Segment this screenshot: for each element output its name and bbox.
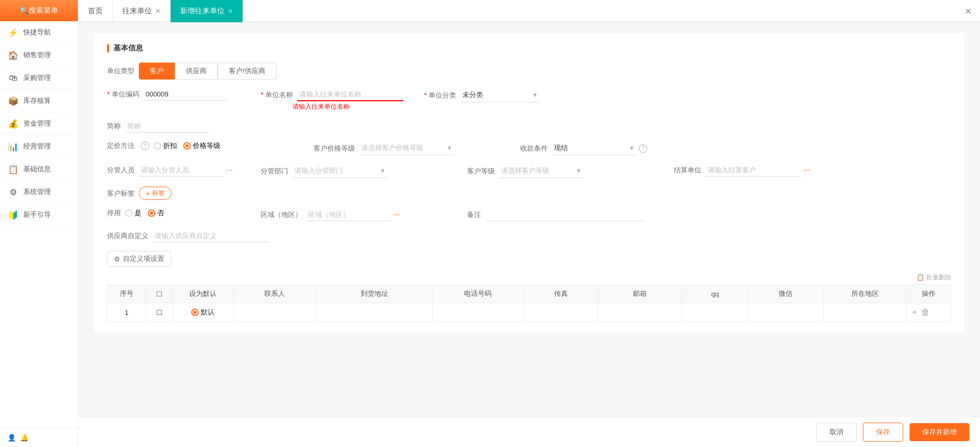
pricing-radio-price-level[interactable]: 价格等级 [183,141,220,151]
pricing-radio-discount[interactable]: 折扣 [154,141,177,151]
row-address[interactable] [316,303,432,322]
abbr-row: 简称 [107,120,951,133]
unit-type-btn-supplier[interactable]: 供应商 [175,63,218,80]
section-title-bar [107,44,109,52]
tab-partners[interactable]: 往来单位✕ [113,0,171,22]
save-button[interactable]: 保存 [863,423,903,442]
sidebar-item-operations[interactable]: 📊经营管理 [0,135,78,158]
tab-close-partners[interactable]: ✕ [155,7,161,15]
remarks-label: 备注 [467,210,481,220]
unit-type-btn-customer[interactable]: 客户 [139,63,175,80]
pricing-help-icon[interactable]: ? [141,142,149,150]
sidebar-item-sales[interactable]: 🏠销售管理 [0,44,78,67]
disabled-yes-radio[interactable]: 是 [125,208,141,218]
quick-nav-icon: ⚡ [7,27,19,38]
unit-type-btn-group: 客户供应商客户/供应商 [139,63,277,80]
contact-input[interactable] [254,309,296,317]
disabled-row: 停用 是 否 区域（地区） [107,208,951,221]
table-header-cell: 到货地址 [316,285,432,303]
sidebar-item-finance[interactable]: 💰资金管理 [0,112,78,135]
address-input[interactable] [343,309,406,317]
row-fax[interactable] [524,303,599,322]
table-header-cell: 设为默认 [173,285,233,303]
customer-level-field: 客户等级 请选择客户等级 ▼ [467,164,653,178]
unit-name-input[interactable] [297,88,403,101]
row-region-input[interactable] [844,309,886,317]
row-qq[interactable] [682,303,749,322]
unit-category-select[interactable]: 未分类 ▼ [460,88,540,102]
sidebar-item-label: 资金管理 [23,119,51,128]
table-header-cell: 电话号码 [432,285,523,303]
batch-delete-button[interactable]: 📋 批量删除 [107,273,951,282]
tab-bar: 首页往来单位✕新增往来单位✕ ✕ [78,0,980,22]
unit-code-input[interactable] [144,88,228,101]
disabled-no-radio[interactable]: 否 [148,208,164,218]
inventory-icon: 📦 [7,95,19,107]
phone-input[interactable] [454,309,502,317]
row-email[interactable] [599,303,682,322]
region-input[interactable] [306,208,391,221]
unit-type-btn-both[interactable]: 客户/供应商 [218,63,277,80]
supplier-custom-input[interactable] [153,230,269,242]
unit-type-label: 单位类型 [107,66,135,76]
wechat-input[interactable] [767,309,804,317]
disabled-label: 停用 [107,208,121,218]
manager-input[interactable] [139,164,224,177]
region-dots-button[interactable]: ··· [393,210,400,220]
remarks-field: 备注 [467,208,644,221]
batch-delete-label: 批量删除 [926,274,951,281]
code-name-row: 单位编码 单位名称 请输入往来单位名称 单位分类 未分类 ▼ [107,88,951,111]
search-menu-button[interactable]: 🔍 搜索菜单 [0,0,78,21]
sidebar-item-purchase[interactable]: 🛍采购管理 [0,67,78,90]
sidebar-item-base[interactable]: 📋基础信息 [0,158,78,181]
settlement-unit-dots-button[interactable]: ··· [803,165,810,175]
page-content: 基本信息 单位类型 客户供应商客户/供应商 单位编码 单位 [78,22,980,417]
sidebar-item-label: 采购管理 [23,73,51,83]
sidebar: 🔍 搜索菜单 ⚡快捷导航🏠销售管理🛍采购管理📦库存核算💰资金管理📊经营管理📋基础… [0,0,78,447]
tab-close-new-partner[interactable]: ✕ [228,7,233,15]
cancel-button[interactable]: 取消 [816,423,857,442]
abbr-input[interactable] [125,120,210,133]
sidebar-item-inventory[interactable]: 📦库存核算 [0,90,78,112]
disabled-field: 停用 是 否 [107,208,239,218]
row-region[interactable] [823,303,906,322]
department-select[interactable]: 请输入分管部门 ▼ [292,164,388,178]
row-checkbox-cell[interactable]: ☐ [146,303,173,322]
sidebar-item-label: 新手引导 [23,210,51,220]
basic-info-card: 基本信息 单位类型 客户供应商客户/供应商 单位编码 单位 [94,33,964,332]
row-checkbox[interactable]: ☐ [156,309,163,317]
sidebar-item-system[interactable]: ⚙系统管理 [0,181,78,204]
settlement-unit-input[interactable] [706,164,801,177]
tab-new-partner[interactable]: 新增往来单位✕ [171,0,243,22]
row-delete-button[interactable]: 🗑 [921,308,930,317]
close-all-tabs-button[interactable]: ✕ [965,6,972,16]
row-contact[interactable] [233,303,316,322]
customer-price-level-select[interactable]: 请选择客户价格等级 ▼ [359,141,455,155]
qq-input[interactable] [699,309,731,317]
table-header-cell: 传真 [524,285,599,303]
email-input[interactable] [619,309,661,317]
customer-level-select[interactable]: 请选择客户等级 ▼ [499,164,584,178]
pricing-row: 定价方法 ? 折扣 价格等级 客户价格等级 [107,141,951,155]
row-phone[interactable] [432,303,523,322]
sidebar-item-label: 快捷导航 [23,28,51,37]
payment-terms-help-icon[interactable]: ? [639,144,647,153]
payment-terms-select[interactable]: 现结 ▼ [552,141,637,155]
unit-name-error-msg: 请输入往来单位名称 [292,102,350,111]
save-new-button[interactable]: 保存并新增 [910,423,969,441]
payment-terms-arrow-icon: ▼ [629,145,635,151]
custom-settings-button[interactable]: ⚙ 自定义项设置 [107,251,171,267]
tab-home[interactable]: 首页 [78,0,113,22]
fax-input[interactable] [542,309,580,317]
department-label: 分管部门 [261,166,288,176]
add-tag-button[interactable]: + 标签 [139,187,172,200]
unit-category-value: 未分类 [462,90,483,100]
remarks-input[interactable] [485,208,644,221]
checkbox-all[interactable]: ☐ [156,290,163,298]
row-default[interactable]: 默认 [173,303,233,322]
sidebar-item-guide[interactable]: 🔰新手引导 [0,204,78,226]
sidebar-item-quick-nav[interactable]: ⚡快捷导航 [0,21,78,44]
row-add-button[interactable]: + [912,308,916,317]
row-wechat[interactable] [749,303,823,322]
manager-dots-button[interactable]: ··· [226,165,233,175]
